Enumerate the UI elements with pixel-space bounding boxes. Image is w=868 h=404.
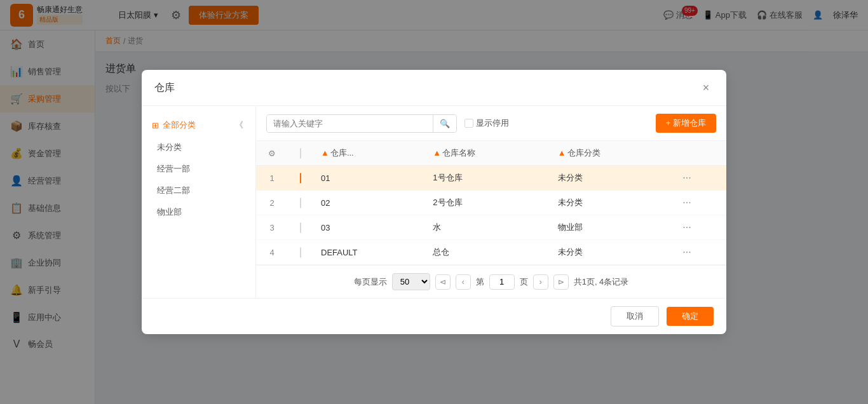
- table-header-actions: [675, 141, 726, 166]
- show-disabled-checkbox[interactable]: [465, 119, 473, 128]
- select-all-checkbox[interactable]: [300, 148, 301, 159]
- row-menu-icon[interactable]: ···: [682, 222, 691, 232]
- right-toolbar: 🔍 显示停用 + 新增仓库: [256, 106, 726, 141]
- row-category: 未分类: [550, 166, 675, 191]
- row-actions[interactable]: ···: [675, 215, 726, 240]
- row-code: DEFAULT: [313, 240, 425, 265]
- row-category: 未分类: [550, 191, 675, 215]
- category-property[interactable]: 物业部: [142, 201, 255, 223]
- row-name: 总仓: [425, 240, 550, 265]
- per-page-select[interactable]: 50 20 100: [392, 273, 430, 290]
- modal-header: 仓库 ×: [142, 70, 726, 106]
- row-category: 物业部: [550, 215, 675, 240]
- page-label: 第: [476, 276, 484, 288]
- last-page-button[interactable]: ⊳: [553, 274, 569, 290]
- row-select-checkbox[interactable]: [300, 222, 301, 233]
- add-warehouse-button[interactable]: + 新增仓库: [656, 114, 716, 133]
- category-business1[interactable]: 经营一部: [142, 158, 255, 180]
- row-index: 2: [256, 191, 288, 215]
- row-index: 4: [256, 240, 288, 265]
- modal-title: 仓库: [154, 81, 175, 95]
- table-row[interactable]: 1 01 1号仓库 未分类 ···: [256, 166, 726, 191]
- search-input[interactable]: [267, 115, 433, 132]
- row-settings[interactable]: 1: [256, 166, 288, 191]
- cancel-button[interactable]: 取消: [611, 306, 659, 327]
- confirm-button[interactable]: 确定: [667, 307, 714, 326]
- row-select-checkbox[interactable]: [300, 247, 301, 258]
- row-checkbox[interactable]: [288, 166, 313, 191]
- warehouse-table: ⚙ ▲仓库... ▲仓库名称: [256, 141, 726, 265]
- modal-overlay: 仓库 × ⊞ 全部分类 《 未分类 经营一部 经营二部 物业部: [0, 0, 868, 404]
- first-page-button[interactable]: ⊲: [435, 274, 451, 290]
- warehouse-modal: 仓库 × ⊞ 全部分类 《 未分类 经营一部 经营二部 物业部: [142, 70, 726, 334]
- page-number-input[interactable]: [489, 274, 515, 290]
- row-code: 02: [313, 191, 425, 215]
- table-header-code[interactable]: ▲仓库...: [313, 141, 425, 166]
- row-index: 3: [256, 215, 288, 240]
- show-disabled-toggle[interactable]: 显示停用: [465, 118, 509, 129]
- search-button[interactable]: 🔍: [433, 115, 456, 132]
- row-menu-icon[interactable]: ···: [682, 197, 691, 208]
- row-select-checkbox[interactable]: [300, 198, 301, 208]
- table-header-category[interactable]: ▲仓库分类: [550, 141, 675, 166]
- page-suffix: 页: [520, 276, 528, 288]
- prev-page-button[interactable]: ‹: [456, 274, 471, 290]
- all-categories-header[interactable]: ⊞ 全部分类 《: [142, 114, 255, 137]
- row-code: 01: [313, 166, 425, 191]
- category-unclassified[interactable]: 未分类: [142, 137, 255, 158]
- row-code: 03: [313, 215, 425, 240]
- table-header-name[interactable]: ▲仓库名称: [425, 141, 550, 166]
- category-panel: ⊞ 全部分类 《 未分类 经营一部 经营二部 物业部: [142, 106, 256, 298]
- search-box: 🔍: [266, 114, 457, 133]
- table-row[interactable]: 4 DEFAULT 总仓 未分类 ···: [256, 240, 726, 265]
- modal-footer: 取消 确定: [142, 298, 726, 334]
- row-menu-icon[interactable]: ···: [682, 246, 691, 257]
- table-row[interactable]: 2 02 2号仓库 未分类 ···: [256, 191, 726, 215]
- table-header-settings[interactable]: ⚙: [256, 141, 288, 166]
- total-info: 共1页, 4条记录: [574, 276, 629, 288]
- row-menu-icon[interactable]: ···: [682, 172, 691, 183]
- modal-close-button[interactable]: ×: [698, 80, 714, 95]
- table-header-checkbox[interactable]: [288, 141, 313, 166]
- row-checkbox[interactable]: [288, 215, 313, 240]
- next-page-button[interactable]: ›: [533, 274, 548, 290]
- row-select-checkbox[interactable]: [300, 173, 301, 184]
- modal-body: ⊞ 全部分类 《 未分类 经营一部 经营二部 物业部 🔍: [142, 106, 726, 298]
- row-actions[interactable]: ···: [675, 166, 726, 191]
- warehouse-list-panel: 🔍 显示停用 + 新增仓库 ⚙: [256, 106, 726, 298]
- collapse-button[interactable]: 《: [233, 119, 245, 131]
- grid-icon: ⊞: [152, 121, 159, 130]
- row-actions[interactable]: ···: [675, 240, 726, 265]
- per-page-label: 每页显示: [354, 276, 387, 288]
- row-checkbox[interactable]: [288, 191, 313, 215]
- category-business2[interactable]: 经营二部: [142, 180, 255, 201]
- row-name: 水: [425, 215, 550, 240]
- row-category: 未分类: [550, 240, 675, 265]
- row-actions[interactable]: ···: [675, 191, 726, 215]
- table-row[interactable]: 3 03 水 物业部 ···: [256, 215, 726, 240]
- row-name: 2号仓库: [425, 191, 550, 215]
- pagination: 每页显示 50 20 100 ⊲ ‹ 第 页 › ⊳ 共1页, 4条记录: [256, 265, 726, 298]
- row-checkbox[interactable]: [288, 240, 313, 265]
- row-name: 1号仓库: [425, 166, 550, 191]
